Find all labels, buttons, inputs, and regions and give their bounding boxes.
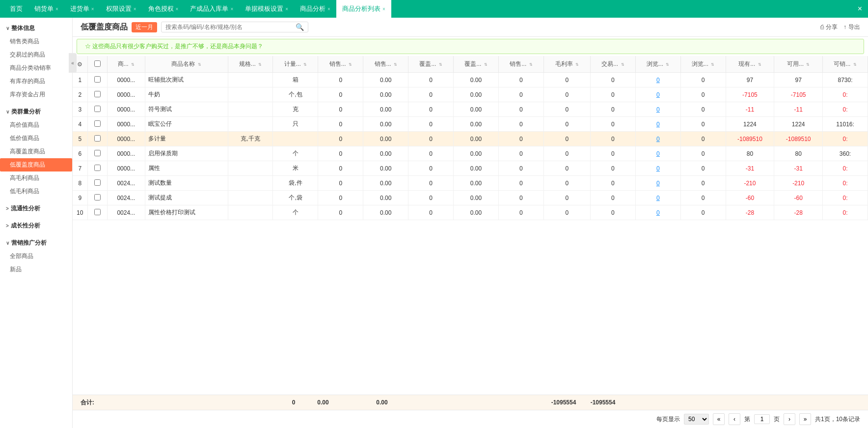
prev-page-button[interactable]: ‹	[729, 413, 740, 425]
next-page-button[interactable]: ›	[784, 413, 795, 425]
row-checkbox[interactable]	[87, 191, 107, 205]
row-checkbox[interactable]	[87, 205, 107, 220]
th-sales3[interactable]: 销售... ⇅	[498, 56, 543, 73]
page-number-input[interactable]	[754, 414, 770, 424]
sidebar-item-sales-products[interactable]: 销售类商品	[0, 35, 72, 48]
row-checkbox[interactable]	[87, 176, 107, 191]
row-browse1[interactable]: 0	[635, 161, 680, 176]
row-select-checkbox[interactable]	[94, 135, 101, 142]
row-browse1[interactable]: 0	[635, 132, 680, 146]
nav-item-product-warehouse[interactable]: 产成品入库单 ×	[184, 0, 239, 18]
close-icon[interactable]: ×	[134, 6, 136, 12]
nav-item-sales[interactable]: 销货单 ×	[28, 0, 64, 18]
th-coverage1[interactable]: 覆盖... ⇅	[408, 56, 454, 73]
sidebar-section-header-growth[interactable]: > 成长性分析	[0, 219, 72, 232]
row-select-checkbox[interactable]	[94, 106, 101, 112]
row-select-checkbox[interactable]	[94, 91, 101, 97]
row-browse1[interactable]: 0	[635, 205, 680, 220]
sidebar-item-low-value[interactable]: 低价值商品	[0, 132, 72, 145]
th-spec[interactable]: 规格... ⇅	[228, 56, 273, 73]
sidebar-collapse-button[interactable]: «	[69, 53, 73, 73]
row-checkbox[interactable]	[87, 102, 107, 117]
nav-item-template[interactable]: 单据模板设置 ×	[239, 0, 294, 18]
row-select-checkbox[interactable]	[94, 120, 101, 127]
row-checkbox[interactable]	[87, 87, 107, 102]
settings-icon[interactable]: ⚙	[77, 61, 82, 68]
sidebar-item-high-value[interactable]: 高价值商品	[0, 118, 72, 132]
row-checkbox[interactable]	[87, 117, 107, 132]
row-select-checkbox[interactable]	[94, 179, 101, 186]
th-unit[interactable]: 计量... ⇅	[273, 56, 318, 73]
close-icon[interactable]: ×	[382, 6, 385, 12]
row-checkbox[interactable]	[87, 132, 107, 146]
close-icon[interactable]: ×	[327, 6, 330, 12]
close-icon[interactable]: ×	[91, 6, 94, 12]
th-code[interactable]: 商... ⇅	[107, 56, 145, 73]
row-browse1[interactable]: 0	[635, 102, 680, 117]
sidebar-item-new-products[interactable]: 新品	[0, 263, 72, 276]
row-code: 0000...	[107, 73, 145, 87]
th-browse2[interactable]: 浏览... ⇅	[680, 56, 726, 73]
nav-item-permission[interactable]: 权限设置 ×	[100, 0, 142, 18]
th-sales2[interactable]: 销售... ⇅	[363, 56, 408, 73]
th-sales1[interactable]: 销售... ⇅	[318, 56, 363, 73]
th-name[interactable]: 商品名称 ⇅	[145, 56, 228, 73]
sidebar-item-traded-products[interactable]: 交易过的商品	[0, 48, 72, 61]
sidebar-section-header-group[interactable]: ∨ 类群量分析	[0, 105, 72, 118]
th-available[interactable]: 可用... ⇅	[774, 56, 823, 73]
nav-item-product-analysis-list[interactable]: 商品分析列表 ×	[336, 0, 391, 18]
period-button[interactable]: 近一月	[132, 22, 157, 32]
nav-item-home[interactable]: 首页	[4, 0, 28, 18]
row-browse1[interactable]: 0	[635, 176, 680, 191]
close-icon[interactable]: ×	[230, 6, 233, 12]
sidebar-item-inventory-capital[interactable]: 库存资金占用	[0, 88, 72, 101]
sidebar-item-high-coverage[interactable]: 高覆盖度商品	[0, 145, 72, 158]
select-all-checkbox[interactable]	[94, 60, 101, 67]
nav-item-purchase[interactable]: 进货单 ×	[64, 0, 100, 18]
search-input[interactable]	[165, 24, 296, 30]
th-coverage2[interactable]: 覆盖... ⇅	[454, 56, 499, 73]
sidebar-item-in-stock[interactable]: 有库存的商品	[0, 75, 72, 88]
row-browse1[interactable]: 0	[635, 117, 680, 132]
row-select-checkbox[interactable]	[94, 150, 101, 156]
close-icon[interactable]: ×	[285, 6, 288, 12]
row-select-checkbox[interactable]	[94, 194, 101, 200]
sidebar-section-header-liquidity[interactable]: > 流通性分析	[0, 202, 72, 215]
row-checkbox[interactable]	[87, 146, 107, 161]
nav-item-role[interactable]: 角色授权 ×	[142, 0, 185, 18]
row-browse1[interactable]: 0	[635, 191, 680, 205]
row-checkbox[interactable]	[87, 73, 107, 87]
row-checkbox[interactable]	[87, 161, 107, 176]
th-browse1[interactable]: 浏览... ⇅	[635, 56, 680, 73]
sidebar-item-high-margin[interactable]: 高毛利商品	[0, 171, 72, 185]
sidebar-section-header-marketing[interactable]: ∨ 营销推广分析	[0, 236, 72, 250]
nav-item-product-analysis[interactable]: 商品分析 ×	[294, 0, 336, 18]
sidebar-item-all-products[interactable]: 全部商品	[0, 250, 72, 263]
close-all-button[interactable]: ×	[858, 4, 862, 13]
row-unit	[273, 132, 318, 146]
sidebar-item-category-activity-rate[interactable]: 商品分类动销率	[0, 61, 72, 75]
sidebar-section-header-overall[interactable]: ∨ 整体信息	[0, 22, 72, 35]
sidebar-item-low-margin[interactable]: 低毛利商品	[0, 185, 72, 198]
last-page-button[interactable]: »	[799, 413, 811, 425]
row-sales1: 0	[318, 146, 363, 161]
share-button[interactable]: ⎙ 分享	[820, 23, 838, 31]
row-select-checkbox[interactable]	[94, 165, 101, 171]
row-browse1[interactable]: 0	[635, 146, 680, 161]
row-spec	[228, 205, 273, 220]
page-size-select[interactable]: 50 100 200	[684, 414, 709, 425]
sidebar-item-low-coverage[interactable]: 低覆盖度商品	[0, 158, 72, 171]
first-page-button[interactable]: «	[713, 413, 725, 425]
th-sellable[interactable]: 可销... ⇅	[822, 56, 868, 73]
export-button[interactable]: ↑ 导出	[843, 23, 860, 31]
th-current[interactable]: 现有... ⇅	[726, 56, 774, 73]
close-icon[interactable]: ×	[176, 6, 179, 12]
th-trade[interactable]: 交易... ⇅	[590, 56, 635, 73]
th-gross[interactable]: 毛利率 ⇅	[543, 56, 590, 73]
row-browse1[interactable]: 0	[635, 73, 680, 87]
row-browse1[interactable]: 0	[635, 87, 680, 102]
search-icon[interactable]: 🔍	[296, 23, 304, 31]
close-icon[interactable]: ×	[55, 6, 58, 12]
row-select-checkbox[interactable]	[94, 76, 101, 83]
row-select-checkbox[interactable]	[94, 209, 101, 215]
